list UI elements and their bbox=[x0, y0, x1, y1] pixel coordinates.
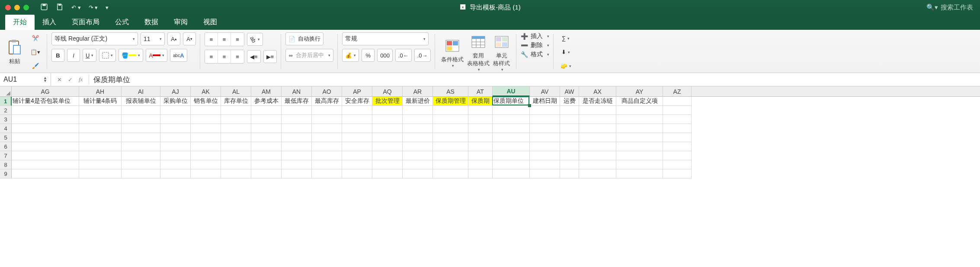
fx-icon[interactable]: fx bbox=[79, 76, 83, 83]
orientation-button[interactable]: ab bbox=[247, 33, 263, 46]
ribbon-tab-5[interactable]: 审阅 bbox=[166, 14, 195, 30]
cell[interactable] bbox=[282, 169, 312, 178]
column-header[interactable]: AV bbox=[530, 86, 560, 96]
column-header[interactable]: AQ bbox=[372, 86, 403, 96]
increase-font-button[interactable]: A▴ bbox=[167, 32, 180, 45]
row-header[interactable]: 7 bbox=[0, 151, 12, 160]
cell[interactable] bbox=[560, 151, 579, 160]
cell[interactable] bbox=[468, 142, 493, 151]
cell[interactable] bbox=[191, 115, 221, 124]
cell[interactable] bbox=[251, 151, 282, 160]
cell[interactable] bbox=[663, 133, 692, 142]
cell[interactable] bbox=[221, 106, 251, 115]
cell[interactable] bbox=[663, 169, 692, 178]
border-button[interactable] bbox=[99, 49, 116, 62]
cell[interactable] bbox=[251, 169, 282, 178]
qat-save-icon[interactable] bbox=[56, 3, 64, 12]
cell[interactable] bbox=[403, 106, 433, 115]
cell[interactable] bbox=[342, 133, 372, 142]
cell[interactable] bbox=[579, 124, 616, 133]
cell[interactable] bbox=[122, 106, 160, 115]
phonetic-button[interactable]: abcA bbox=[170, 49, 187, 62]
cells-area[interactable]: 辅计量4是否包装单位辅计量4条码报表辅单位采购单位销售单位库存单位参考成本最低库… bbox=[12, 97, 692, 178]
cell[interactable] bbox=[616, 142, 663, 151]
underline-button[interactable]: U bbox=[83, 49, 96, 62]
cell[interactable] bbox=[372, 142, 403, 151]
cell[interactable] bbox=[221, 142, 251, 151]
column-header[interactable]: AS bbox=[433, 86, 468, 96]
cell[interactable] bbox=[663, 106, 692, 115]
accounting-format-button[interactable]: 💰 bbox=[342, 49, 359, 62]
column-header[interactable]: AY bbox=[616, 86, 663, 96]
font-name-select[interactable]: 等线 Regular (正文) bbox=[51, 32, 138, 45]
cell[interactable] bbox=[191, 124, 221, 133]
merge-center-button[interactable]: ⬌合并后居中 bbox=[285, 49, 333, 62]
cell[interactable] bbox=[282, 133, 312, 142]
cell[interactable] bbox=[530, 115, 560, 124]
selection-fill-handle[interactable] bbox=[528, 104, 531, 107]
cell[interactable] bbox=[493, 142, 530, 151]
cell[interactable] bbox=[372, 151, 403, 160]
cell[interactable] bbox=[12, 133, 79, 142]
bold-button[interactable]: B bbox=[51, 49, 64, 62]
cell[interactable] bbox=[221, 169, 251, 178]
cell[interactable] bbox=[493, 169, 530, 178]
cell[interactable] bbox=[663, 142, 692, 151]
cell[interactable] bbox=[251, 115, 282, 124]
cell[interactable] bbox=[560, 115, 579, 124]
cell[interactable] bbox=[312, 106, 342, 115]
cell[interactable] bbox=[79, 124, 122, 133]
autosum-button[interactable]: ∑ bbox=[558, 33, 574, 44]
cell[interactable] bbox=[433, 160, 468, 169]
cell[interactable]: 辅计量4是否包装单位 bbox=[12, 97, 79, 106]
cell[interactable] bbox=[191, 106, 221, 115]
cell[interactable] bbox=[579, 106, 616, 115]
cell[interactable] bbox=[560, 169, 579, 178]
cell[interactable] bbox=[342, 151, 372, 160]
decrease-font-button[interactable]: A▾ bbox=[183, 32, 196, 45]
cell[interactable] bbox=[191, 160, 221, 169]
cell[interactable] bbox=[468, 160, 493, 169]
cell[interactable] bbox=[560, 124, 579, 133]
cell[interactable]: 是否走冻链 bbox=[579, 97, 616, 106]
cell[interactable] bbox=[616, 133, 663, 142]
percent-format-button[interactable]: % bbox=[362, 49, 375, 62]
cell[interactable] bbox=[12, 151, 79, 160]
cell[interactable] bbox=[372, 115, 403, 124]
cell[interactable] bbox=[493, 133, 530, 142]
cell[interactable]: 保质期单位 bbox=[493, 97, 530, 106]
cell[interactable] bbox=[663, 160, 692, 169]
cell[interactable] bbox=[251, 160, 282, 169]
cell[interactable] bbox=[616, 169, 663, 178]
ribbon-tab-6[interactable]: 视图 bbox=[195, 14, 225, 30]
cell[interactable] bbox=[79, 169, 122, 178]
cell[interactable] bbox=[468, 124, 493, 133]
cell[interactable] bbox=[282, 151, 312, 160]
cell[interactable] bbox=[12, 115, 79, 124]
ribbon-tab-0[interactable]: 开始 bbox=[5, 14, 35, 30]
cell[interactable] bbox=[616, 160, 663, 169]
column-header[interactable]: AP bbox=[342, 86, 372, 96]
cell[interactable]: 最新进价 bbox=[403, 97, 433, 106]
cell[interactable] bbox=[372, 106, 403, 115]
cell[interactable] bbox=[251, 133, 282, 142]
cell[interactable] bbox=[468, 169, 493, 178]
cell[interactable] bbox=[342, 169, 372, 178]
cell[interactable] bbox=[282, 160, 312, 169]
cell-styles-button[interactable]: 单元 格样式 bbox=[491, 33, 512, 72]
cell[interactable] bbox=[191, 133, 221, 142]
cell[interactable] bbox=[122, 124, 160, 133]
cell[interactable] bbox=[403, 124, 433, 133]
cell[interactable] bbox=[372, 124, 403, 133]
cell[interactable] bbox=[403, 142, 433, 151]
ribbon-tab-3[interactable]: 公式 bbox=[107, 14, 137, 30]
cell[interactable] bbox=[468, 133, 493, 142]
cell[interactable] bbox=[433, 124, 468, 133]
decrease-decimal-button[interactable]: .0→ bbox=[414, 49, 431, 62]
cell[interactable] bbox=[12, 169, 79, 178]
cell[interactable] bbox=[79, 106, 122, 115]
cell[interactable] bbox=[282, 124, 312, 133]
cell[interactable] bbox=[312, 169, 342, 178]
qat-redo-icon[interactable]: ↷ ▾ bbox=[89, 4, 98, 11]
cell[interactable] bbox=[342, 106, 372, 115]
